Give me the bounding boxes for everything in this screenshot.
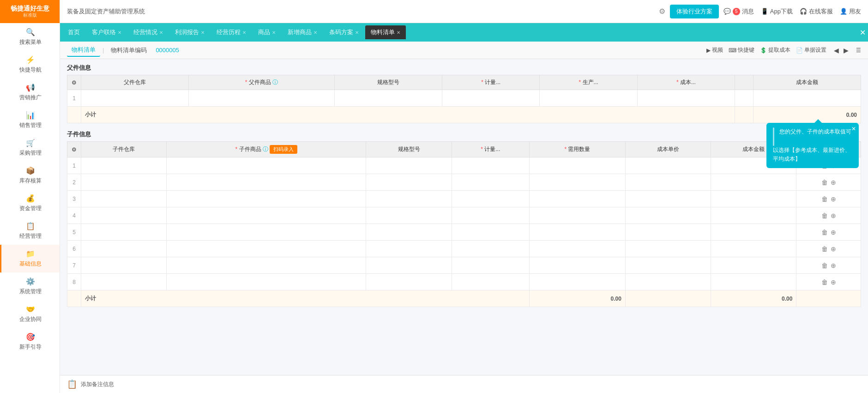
child-unit-cost-cell[interactable] — [625, 157, 711, 174]
parent-warehouse-cell[interactable] — [81, 90, 189, 107]
child-qty-cell[interactable] — [529, 257, 625, 274]
child-cost-amount-cell[interactable] — [711, 174, 796, 191]
child-unit-cell[interactable] — [452, 207, 529, 224]
sub-tab-bom-code[interactable]: 物料清单编码 — [106, 44, 151, 56]
tab-home[interactable]: 首页 — [62, 25, 85, 39]
settings-icon[interactable]: ⚙ — [659, 7, 665, 16]
tab-close-icon[interactable]: ✕ — [272, 30, 276, 35]
online-service-button[interactable]: 🎧 在线客服 — [800, 7, 833, 16]
child-spec-cell[interactable] — [366, 257, 452, 274]
single-settings-action[interactable]: 📄 单据设置 — [796, 46, 826, 54]
child-goods-cell[interactable] — [167, 224, 366, 241]
delete-icon[interactable]: 🗑 — [821, 278, 828, 286]
tab-operation[interactable]: 经营情况 ✕ — [128, 25, 169, 39]
copy-icon[interactable]: ⊕ — [831, 195, 836, 203]
view-toggle-icon[interactable]: ☰ — [856, 47, 861, 54]
sidebar-item-marketing[interactable]: 📢 营销推广 — [0, 79, 60, 106]
child-unit-cost-cell[interactable] — [625, 191, 711, 207]
tab-customer[interactable]: 客户联络 ✕ — [86, 25, 127, 39]
delete-icon[interactable]: 🗑 — [821, 262, 828, 269]
copy-icon[interactable]: ⊕ — [831, 212, 836, 219]
child-cost-amount-cell[interactable] — [711, 191, 796, 207]
next-arrow[interactable]: ▶ — [842, 46, 850, 55]
sidebar-item-enterprise[interactable]: 🤝 企业协同 — [0, 300, 60, 328]
child-unit-cell[interactable] — [452, 224, 529, 241]
child-warehouse-cell[interactable] — [81, 257, 167, 274]
sidebar-item-inventory[interactable]: 📦 库存核算 — [0, 162, 60, 189]
child-unit-cell[interactable] — [452, 241, 529, 257]
child-unit-cost-cell[interactable] — [625, 174, 711, 191]
tab-close-icon[interactable]: ✕ — [242, 30, 246, 35]
child-unit-cost-cell[interactable] — [625, 224, 711, 241]
scan-button[interactable]: 扫码录入 — [270, 145, 297, 154]
parent-produce-cell[interactable] — [540, 90, 637, 107]
child-goods-cell[interactable] — [167, 241, 366, 257]
child-qty-cell[interactable] — [529, 241, 625, 257]
child-unit-cell[interactable] — [452, 191, 529, 207]
child-goods-cell[interactable] — [167, 174, 366, 191]
child-goods-cell[interactable] — [167, 157, 366, 174]
child-goods-cell[interactable] — [167, 274, 366, 290]
child-qty-cell[interactable] — [529, 274, 625, 290]
child-unit-cost-cell[interactable] — [625, 257, 711, 274]
copy-icon[interactable]: ⊕ — [831, 262, 836, 269]
child-qty-cell[interactable] — [529, 174, 625, 191]
sub-tab-bom-list[interactable]: 物料清单 — [67, 44, 100, 57]
child-warehouse-cell[interactable] — [81, 274, 167, 290]
child-qty-cell[interactable] — [529, 157, 625, 174]
cost-action[interactable]: 💲 提取成本 — [760, 46, 790, 54]
parent-goods-cell[interactable] — [188, 90, 334, 107]
tab-barcode[interactable]: 条码方案 ✕ — [324, 25, 364, 39]
trial-button[interactable]: 体验行业方案 — [670, 5, 719, 18]
child-goods-cell[interactable] — [167, 191, 366, 207]
sidebar-item-purchase[interactable]: 🛒 采购管理 — [0, 134, 60, 162]
child-warehouse-cell[interactable] — [81, 157, 167, 174]
copy-icon[interactable]: ⊕ — [831, 179, 836, 186]
sidebar-item-sales[interactable]: 📊 销售管理 — [0, 106, 60, 134]
child-col-settings[interactable]: ⚙ — [67, 142, 81, 157]
child-unit-cell[interactable] — [452, 174, 529, 191]
tab-goods[interactable]: 商品 ✕ — [253, 25, 281, 39]
delete-icon[interactable]: 🗑 — [821, 229, 828, 236]
tab-bom[interactable]: 物料清单 ✕ — [365, 25, 406, 39]
delete-icon[interactable]: 🗑 — [821, 195, 828, 203]
child-cost-amount-cell[interactable] — [711, 257, 796, 274]
sidebar-item-system[interactable]: ⚙️ 系统管理 — [0, 272, 60, 300]
child-qty-cell[interactable] — [529, 224, 625, 241]
child-warehouse-cell[interactable] — [81, 191, 167, 207]
child-cost-amount-cell[interactable] — [711, 241, 796, 257]
tab-close-icon[interactable]: ✕ — [313, 30, 317, 35]
parent-unit-cell[interactable] — [442, 90, 539, 107]
nav-close-button[interactable]: ✕ — [860, 28, 866, 37]
child-qty-cell[interactable] — [529, 191, 625, 207]
tab-history[interactable]: 经营历程 ✕ — [211, 25, 252, 39]
tab-close-icon[interactable]: ✕ — [397, 30, 400, 35]
delete-icon[interactable]: 🗑 — [821, 245, 828, 253]
tab-new-goods[interactable]: 新增商品 ✕ — [282, 25, 323, 39]
tab-close-icon[interactable]: ✕ — [355, 30, 359, 35]
tab-close-icon[interactable]: ✕ — [118, 30, 121, 35]
child-unit-cost-cell[interactable] — [625, 274, 711, 290]
child-cost-amount-cell[interactable] — [711, 207, 796, 224]
child-spec-cell[interactable] — [366, 224, 452, 241]
parent-cost-cell[interactable] — [637, 90, 735, 107]
sidebar-item-guide[interactable]: 🎯 新手引导 — [0, 328, 60, 356]
delete-icon[interactable]: 🗑 — [821, 212, 828, 219]
prev-arrow[interactable]: ◀ — [832, 46, 841, 55]
child-cost-amount-cell[interactable] — [711, 274, 796, 290]
child-unit-cost-cell[interactable] — [625, 241, 711, 257]
shortcut-action[interactable]: ⌨ 快捷键 — [729, 46, 754, 54]
parent-col-settings[interactable]: ⚙ — [67, 75, 81, 90]
child-unit-cell[interactable] — [452, 257, 529, 274]
child-warehouse-cell[interactable] — [81, 224, 167, 241]
sidebar-item-ops[interactable]: 📋 经营管理 — [0, 217, 60, 245]
child-cost-amount-cell[interactable] — [711, 224, 796, 241]
tab-profit[interactable]: 利润报告 ✕ — [169, 25, 210, 39]
child-spec-cell[interactable] — [366, 241, 452, 257]
sidebar-item-search[interactable]: 🔍 搜索菜单 — [0, 23, 60, 51]
child-unit-cell[interactable] — [452, 157, 529, 174]
child-spec-cell[interactable] — [366, 191, 452, 207]
tab-close-icon[interactable]: ✕ — [159, 30, 163, 35]
child-spec-cell[interactable] — [366, 274, 452, 290]
copy-icon[interactable]: ⊕ — [831, 229, 836, 236]
